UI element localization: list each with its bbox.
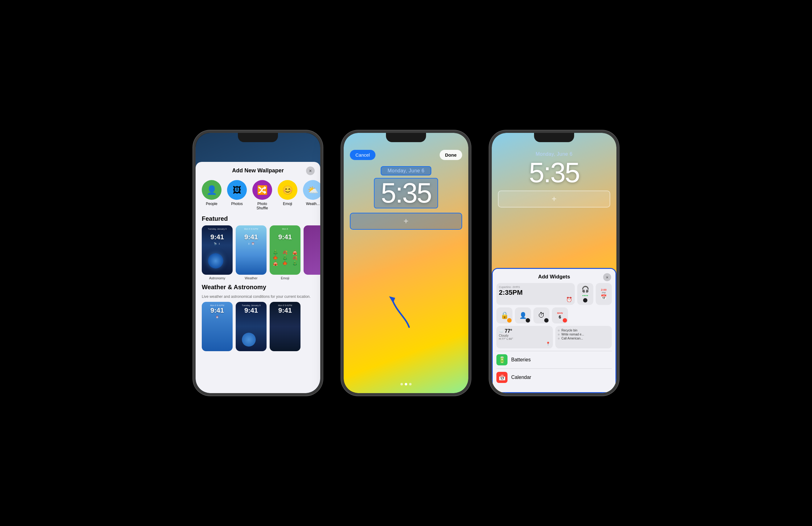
weather-astronomy-title: Weather & Astronomy (195, 284, 320, 294)
add-widgets-panel: Add Widgets × Cupertino -3HRS 2:35PM ⏰ 🎧 (492, 268, 617, 393)
airpods-icon: 🎧 (582, 286, 589, 293)
calendar-widget-small[interactable]: MON 6 (552, 307, 568, 324)
people-icon: 👤 (202, 180, 221, 200)
weather-thumb-2[interactable]: Tuesday, January 9 9:41 (236, 302, 266, 351)
widget-row-1: Cupertino -3HRS 2:35PM ⏰ 🎧 ●●●● 2:00 PM (493, 283, 615, 307)
weather-thumb-label: Weather (245, 276, 257, 280)
photos-label: Photos (231, 202, 243, 206)
featured-thumb-astro[interactable]: Tuesday, January 9 9:41 📡 🌡 (202, 225, 233, 275)
emoji-icon: 😊 (278, 180, 298, 200)
people-label: People (206, 202, 217, 206)
emoji-thumb-label: Emoji (281, 276, 289, 280)
notch-2 (388, 133, 424, 141)
sheet-close-button[interactable]: × (306, 166, 315, 175)
featured-section-title: Featured (195, 215, 320, 225)
phone3-screen: Monday, June 6 5:35 + Add Widgets × Cupe… (492, 133, 617, 393)
emoji-label: Emoji (283, 202, 292, 206)
widget-row-3: ☁️ 77° Cloudy H:77° L:60° 📍 Recycle bin (493, 326, 615, 351)
weather-condition: Cloudy (499, 334, 550, 337)
lock-icon: 🔒 (501, 311, 509, 319)
category-shuffle[interactable]: 🔀 PhotoShuffle (252, 180, 272, 210)
featured-thumb-extra[interactable] (304, 225, 320, 275)
phone1-bg: Add New Wallpaper × 👤 People 🖼 Photos 🔀 (195, 133, 320, 393)
category-weather[interactable]: ⛅ Weath... (303, 180, 320, 210)
weather-temp: 77° (505, 328, 512, 334)
dot-1 (401, 383, 403, 386)
batteries-label: Batteries (511, 357, 531, 363)
airpods-battery: ●●●● (582, 294, 588, 297)
person-icon: 👤 (519, 312, 527, 319)
add-widgets-title: Add Widgets (538, 274, 570, 280)
widget-app-list: 🔋 Batteries 📅 Calendar (493, 351, 615, 386)
widget-time: 2:35PM (499, 289, 572, 297)
clock-widget-icon: ⏰ (566, 297, 572, 302)
wallpaper-categories: 👤 People 🖼 Photos 🔀 PhotoShuffle 😊 Emoji (195, 178, 320, 215)
featured-row: Tuesday, January 9 9:41 📡 🌡 Astronomy (195, 225, 320, 284)
person-widget[interactable]: 👤 (515, 307, 531, 324)
weather-icon: ⛅ (303, 180, 320, 200)
calendar-time-widget[interactable]: 2:00 PM 📅 (596, 283, 612, 305)
lock-widget[interactable]: 🔒 (496, 307, 512, 324)
svg-marker-1 (389, 296, 395, 303)
arrow-indicator (388, 293, 412, 331)
featured-thumb-weather[interactable]: Mon 6 9:41PM 9:41 🌡 ⏰ (236, 225, 266, 275)
lockscreen-widget-area[interactable]: + (350, 213, 462, 230)
timer-icon: ⏱ (538, 311, 545, 319)
photos-icon: 🖼 (227, 180, 247, 200)
weather-label: Weath... (306, 202, 320, 206)
astro-thumb-label: Astronomy (209, 276, 226, 280)
weather-thumb-3[interactable]: Mon 6 9:41PM 9:41 (270, 302, 301, 351)
reminders-widget[interactable]: Recycle bin Write nomad e... Call Americ… (555, 326, 612, 348)
featured-thumb-emoji[interactable]: Mon 6 9:41 🎄 🍂 🎪 🍁 🎄 🍂 🎪 🍁 (270, 225, 301, 275)
calendar-label: Calendar (511, 375, 531, 380)
widget-row-2: 🔒 👤 ⏱ MON 6 (493, 307, 615, 326)
lockscreen-time: 5:35 (374, 178, 438, 208)
notch-3 (536, 133, 572, 141)
reminder-3: Call American... (558, 336, 609, 341)
done-button[interactable]: Done (440, 150, 462, 160)
phone-2: Cancel Done Monday, June 6 5:35 + (341, 131, 471, 395)
phone-3: Monday, June 6 5:35 + Add Widgets × Cupe… (489, 131, 619, 395)
shuffle-label: PhotoShuffle (256, 202, 268, 210)
widget-location: Cupertino -3HRS (499, 286, 572, 289)
ls3-plus-icon: + (552, 194, 556, 204)
weather-thumbs-row: Mon 6 9:41PM 9:41 ⏰ Tuesday, January 9 9… (202, 302, 314, 351)
weather-hi-lo: H:77° L:60° (499, 337, 550, 341)
airpods-widget[interactable]: 🎧 ●●●● (577, 283, 593, 305)
weather-astronomy-desc: Live weather and astronomical conditions… (195, 294, 320, 302)
wallpaper-sheet: Add New Wallpaper × 👤 People 🖼 Photos 🔀 (195, 162, 320, 393)
batteries-list-item[interactable]: 🔋 Batteries (496, 351, 612, 369)
phone2-screen: Cancel Done Monday, June 6 5:35 + (344, 133, 468, 393)
dot-3 (409, 383, 411, 386)
phone-1: Add New Wallpaper × 👤 People 🖼 Photos 🔀 (193, 131, 323, 395)
weather-thumb-1[interactable]: Mon 6 9:41PM 9:41 ⏰ (202, 302, 233, 351)
ls3-widget-area[interactable]: + (498, 191, 610, 208)
weather-widget[interactable]: ☁️ 77° Cloudy H:77° L:60° 📍 (496, 326, 553, 348)
reminder-2: Write nomad e... (558, 332, 609, 336)
cloud-icon: ☁️ (499, 329, 504, 333)
sheet-header: Add New Wallpaper × (195, 162, 320, 178)
dot-2 (405, 383, 407, 386)
notch-1 (240, 133, 276, 141)
weather-location-icon: 📍 (546, 342, 550, 346)
calendar-list-icon: 📅 (496, 372, 508, 383)
weather-time-widget[interactable]: Cupertino -3HRS 2:35PM ⏰ (496, 283, 575, 305)
cancel-button[interactable]: Cancel (350, 150, 375, 160)
add-widgets-header: Add Widgets × (493, 269, 615, 283)
ls3-time: 5:35 (529, 158, 579, 187)
category-photos[interactable]: 🖼 Photos (227, 180, 247, 210)
batteries-icon: 🔋 (496, 354, 508, 365)
category-people[interactable]: 👤 People (202, 180, 221, 210)
category-emoji[interactable]: 😊 Emoji (278, 180, 298, 210)
calendar-icon: 📅 (601, 294, 607, 300)
reminder-1: Recycle bin (558, 328, 609, 332)
lockscreen-date: Monday, June 6 (381, 166, 431, 176)
calendar-list-item[interactable]: 📅 Calendar (496, 369, 612, 386)
sheet-title: Add New Wallpaper (232, 167, 284, 174)
shuffle-icon: 🔀 (252, 180, 272, 200)
add-widgets-close[interactable]: × (603, 273, 611, 281)
page-dots (401, 383, 411, 386)
timer-widget[interactable]: ⏱ (533, 307, 549, 324)
add-widget-plus-icon: + (404, 216, 408, 226)
